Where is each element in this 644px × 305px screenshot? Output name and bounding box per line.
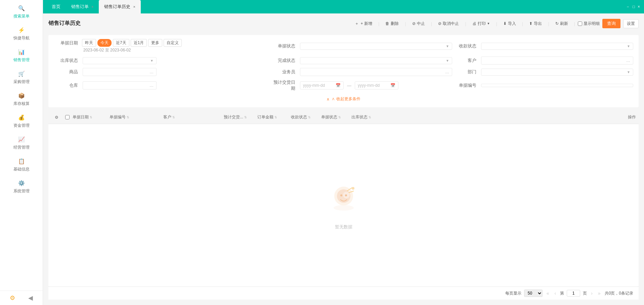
- tab-home[interactable]: 首页: [46, 0, 66, 13]
- export-button[interactable]: ⬆ 导出: [526, 20, 545, 28]
- stop-button[interactable]: ⊘ 中止: [409, 20, 428, 28]
- out-status-select[interactable]: ▼: [83, 57, 157, 64]
- table-wrap: ⚙ 单据日期 ⇅ 单据编号 ⇅ 客户 ⇅ 预计交货...: [48, 111, 639, 287]
- date-7days[interactable]: 近7天: [113, 39, 129, 47]
- th-number[interactable]: 单据编号 ⇅: [110, 114, 163, 120]
- doc-status-select[interactable]: ▼: [300, 43, 452, 50]
- display-detail-toggle[interactable]: 显示明细: [578, 21, 600, 27]
- customer-input[interactable]: …: [481, 56, 633, 65]
- th-checkbox[interactable]: [62, 115, 73, 119]
- sales-icon: 📊: [17, 48, 26, 56]
- table-body: 暂无数据: [48, 124, 639, 287]
- sidebar-item-operation[interactable]: 📈 经营管理: [0, 131, 43, 153]
- delete-button[interactable]: 🗑 删除: [382, 20, 402, 28]
- collapse-more-btn[interactable]: ∧ ∧ 收起更多条件: [54, 95, 633, 103]
- sidebar-item-sales[interactable]: 📊 销售管理: [0, 44, 43, 66]
- refresh-button[interactable]: ↻ 刷新: [552, 20, 571, 28]
- date-filter-label: 单据日期: [54, 40, 81, 46]
- doc-status-label: 单据状态: [271, 43, 298, 49]
- delivery-date-start[interactable]: yyyy-mm-dd 📅: [300, 81, 344, 89]
- print-button[interactable]: 🖨 打印 ▼: [469, 20, 493, 28]
- page-size-select[interactable]: 10 20 50 100: [524, 290, 543, 297]
- goods-input[interactable]: …: [83, 68, 157, 76]
- delivery-date-label: 预计交货日期: [271, 79, 298, 91]
- import-button[interactable]: ⬇ 导入: [500, 20, 519, 28]
- tab-sales-order[interactable]: 销售订单 ×: [66, 0, 99, 13]
- basic-info-icon: 📋: [17, 157, 26, 165]
- sidebar-item-label: 经营管理: [13, 145, 30, 150]
- sort-pay-icon: ⇅: [308, 116, 311, 119]
- sidebar-item-label: 搜索菜单: [13, 13, 30, 19]
- th-customer[interactable]: 客户 ⇅: [163, 114, 224, 120]
- empty-text: 暂无数据: [335, 224, 352, 230]
- date-custom[interactable]: 自定义: [164, 39, 182, 47]
- query-button[interactable]: 查询: [602, 19, 620, 28]
- quick-nav-icon: ⚡: [17, 26, 26, 34]
- doc-number-label: 单据编号: [452, 82, 479, 88]
- select-all-checkbox[interactable]: [65, 115, 70, 119]
- sidebar: 🔍 搜索菜单 ⚡ 快捷导航 📊 销售管理 🛒 采购管理 📦 库存核算 💰 资金管…: [0, 0, 43, 305]
- doc-status-arrow: ▼: [446, 44, 449, 48]
- cancel-stop-button[interactable]: ⊘ 取消中止: [435, 20, 462, 28]
- th-delivery[interactable]: 预计交货... ⇅: [224, 114, 257, 120]
- th-doc-status[interactable]: 单据状态 ⇅: [321, 114, 351, 120]
- sidebar-item-quick-nav[interactable]: ⚡ 快捷导航: [0, 22, 43, 44]
- cancel-stop-icon: ⊘: [438, 21, 441, 26]
- close-button[interactable]: ×: [638, 4, 640, 9]
- calendar-start-icon[interactable]: 📅: [336, 83, 341, 88]
- th-date[interactable]: 单据日期 ⇅: [73, 114, 110, 120]
- calendar-end-icon[interactable]: 📅: [390, 83, 395, 88]
- minimize-button[interactable]: －: [626, 4, 630, 10]
- filter-row-4: 仓库 … 预计交货日期 yyyy-mm-dd 📅 — yyyy-mm-dd: [54, 79, 633, 91]
- doc-number-input[interactable]: [481, 84, 633, 87]
- salesperson-input[interactable]: …: [300, 68, 452, 76]
- page-size-label: 每页显示: [505, 291, 521, 296]
- svg-point-0: [334, 205, 354, 211]
- first-page-button[interactable]: «: [545, 290, 551, 297]
- purchase-icon: 🛒: [17, 70, 26, 78]
- sidebar-item-search[interactable]: 🔍 搜索菜单: [0, 0, 43, 22]
- export-icon: ⬆: [529, 21, 532, 26]
- filter-row-1: 单据日期 昨天 今天 近7天 近1月 更多 自定义 2023-06-02 至 2…: [54, 39, 633, 53]
- sidebar-settings-icon[interactable]: ⚙: [10, 294, 15, 302]
- pay-status-label: 收款状态: [452, 43, 479, 49]
- delivery-date-end[interactable]: yyyy-mm-dd 📅: [355, 81, 398, 89]
- th-settings[interactable]: ⚙: [51, 115, 62, 120]
- tab-sales-order-history-close[interactable]: ×: [133, 5, 135, 9]
- new-button[interactable]: ＋ + 新增: [351, 20, 376, 28]
- th-out-status[interactable]: 出库状态 ⇅: [351, 114, 382, 120]
- date-yesterday[interactable]: 昨天: [82, 39, 96, 47]
- sidebar-item-inventory[interactable]: 📦 库存核算: [0, 87, 43, 109]
- prev-page-button[interactable]: ‹: [553, 290, 558, 297]
- last-page-button[interactable]: »: [597, 290, 602, 297]
- sort-date-icon: ⇅: [90, 116, 92, 119]
- sidebar-collapse-icon[interactable]: ◀: [28, 294, 33, 302]
- next-page-button[interactable]: ›: [590, 290, 594, 297]
- settings-button[interactable]: 设置: [623, 19, 639, 28]
- date-1month[interactable]: 近1月: [131, 39, 147, 47]
- th-pay-status[interactable]: 收款状态 ⇅: [291, 114, 321, 120]
- date-today[interactable]: 今天: [97, 39, 112, 47]
- customer-label: 客户: [452, 58, 479, 64]
- complete-status-select[interactable]: ▼: [300, 57, 452, 64]
- th-amount[interactable]: 订单金额 ⇅: [257, 114, 291, 120]
- tab-sales-order-close[interactable]: ×: [91, 5, 93, 9]
- tab-sales-order-history[interactable]: 销售订单历史 ×: [99, 0, 140, 13]
- department-select[interactable]: ▼: [481, 69, 633, 76]
- date-more[interactable]: 更多: [148, 39, 162, 47]
- page-number-input[interactable]: [567, 290, 580, 297]
- maximize-button[interactable]: □: [633, 4, 635, 9]
- filter-card: 单据日期 昨天 今天 近7天 近1月 更多 自定义 2023-06-02 至 2…: [48, 35, 639, 107]
- warehouse-input[interactable]: …: [83, 81, 157, 89]
- date-quick-buttons: 昨天 今天 近7天 近1月 更多 自定义: [82, 39, 182, 47]
- sidebar-item-finance[interactable]: 💰 资金管理: [0, 109, 43, 131]
- sidebar-item-basic-info[interactable]: 📋 基础信息: [0, 153, 43, 175]
- sidebar-item-purchase[interactable]: 🛒 采购管理: [0, 66, 43, 87]
- sort-delivery-icon: ⇅: [244, 116, 247, 119]
- finance-icon: 💰: [17, 113, 26, 121]
- sidebar-item-system[interactable]: ⚙️ 系统管理: [0, 175, 43, 197]
- svg-point-5: [345, 194, 347, 196]
- sidebar-item-label: 资金管理: [13, 123, 30, 128]
- pay-status-select[interactable]: ▼: [481, 43, 633, 50]
- display-detail-checkbox[interactable]: [578, 22, 582, 26]
